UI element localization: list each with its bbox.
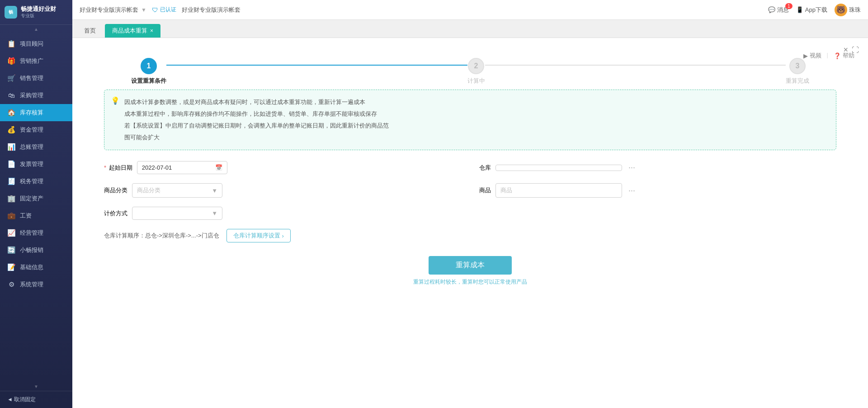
warehouse-input[interactable]	[495, 165, 622, 171]
start-date-input[interactable]: 2022-07-01 📅	[137, 161, 227, 174]
sidebar-item-label: 资金管理	[20, 126, 43, 134]
sidebar-item-marketing[interactable]: 🎁 营销推广	[0, 52, 72, 70]
messages-button[interactable]: 💬 消息 1	[768, 6, 789, 14]
tab-home-label: 首页	[84, 27, 96, 35]
sidebar-header: 畅 畅捷通好业财 专业版	[0, 0, 72, 25]
pricing-label: 计价方式	[104, 209, 127, 218]
goods-placeholder: 商品	[500, 186, 512, 195]
unpin-button[interactable]: ◄ 取消固定	[0, 391, 72, 408]
sidebar-item-label: 系统管理	[20, 280, 43, 289]
category-placeholder: 商品分类	[137, 186, 160, 195]
tabs-bar: 首页 商品成本重算 ×	[72, 20, 868, 38]
sidebar-item-sales[interactable]: 🛒 销售管理	[0, 70, 72, 87]
sidebar-item-purchase[interactable]: 🛍 采购管理	[0, 87, 72, 104]
step-3-label: 重算完成	[786, 77, 809, 85]
topbar: 好业财专业版演示帐套 ▼ 🛡 已认证 好业财专业版演示帐套 💬 消息 1 📱 A…	[72, 0, 868, 20]
topbar-right: 💬 消息 1 📱 App下载 🐻 珠珠	[768, 4, 861, 16]
required-marker: *	[104, 164, 106, 171]
sidebar-item-label: 营销推广	[20, 57, 43, 65]
tab-close-button[interactable]: ×	[150, 28, 153, 34]
start-date-label: * 起始日期	[104, 164, 132, 172]
connector-1-2	[166, 65, 467, 66]
tab-recalc[interactable]: 商品成本重算 ×	[105, 24, 160, 38]
step-2-label: 计算中	[467, 77, 485, 85]
sidebar-item-operations[interactable]: 📈 经营管理	[0, 224, 72, 242]
goods-input[interactable]: 商品	[495, 183, 622, 198]
finance-icon: 💰	[7, 126, 15, 134]
sidebar-item-accounting[interactable]: 📊 总账管理	[0, 138, 72, 156]
category-label: 商品分类	[104, 186, 127, 195]
inventory-icon: 🏠	[7, 109, 15, 117]
sidebar-item-payroll[interactable]: 💼 工资	[0, 207, 72, 224]
warehouse-order-btn-label: 仓库计算顺序设置	[233, 232, 280, 240]
start-date-value: 2022-07-01	[142, 164, 172, 171]
content-area: × ⛶ ▶ 视频 | ❓ 帮助 1 设置重算条件 2 计算中	[72, 38, 868, 408]
scroll-down-indicator: ▼	[0, 382, 72, 391]
user-avatar[interactable]: 🐻 珠珠	[835, 4, 861, 16]
notice-box: 💡 因成本计算参数调整，或是对商品成本有疑问时，可以通过成本重算功能，重新计算一…	[104, 90, 836, 150]
form-row-3: 计价方式 ▼	[104, 207, 836, 220]
app-logo: 畅	[5, 6, 17, 19]
sidebar-item-label: 采购管理	[20, 91, 43, 100]
assets-icon: 🏢	[7, 195, 15, 203]
category-group: 商品分类 商品分类 ▼	[104, 183, 461, 198]
sidebar-item-system[interactable]: ⚙ 系统管理	[0, 276, 72, 293]
tax-icon: 🧾	[7, 177, 15, 185]
goods-more-button[interactable]: ···	[628, 186, 635, 195]
purchase-icon: 🛍	[7, 91, 15, 99]
step-1-label: 设置重算条件	[131, 77, 166, 85]
pricing-select[interactable]: ▼	[132, 207, 222, 220]
connector-2-3	[485, 65, 786, 66]
phone-icon: 📱	[796, 6, 803, 13]
app-title-group: 畅捷通好业财 专业版	[21, 5, 56, 19]
chevron-right-icon: ›	[282, 232, 284, 239]
operations-icon: 📈	[7, 229, 15, 237]
sidebar-item-label: 库存核算	[20, 109, 43, 117]
payroll-icon: 💼	[7, 212, 15, 220]
sidebar-item-inventory[interactable]: 🏠 库存核算	[0, 104, 72, 121]
notice-text: 因成本计算参数调整，或是对商品成本有疑问时，可以通过成本重算功能，重新计算一遍成…	[113, 96, 827, 143]
sidebar-item-label: 销售管理	[20, 74, 43, 82]
sidebar-item-finance[interactable]: 💰 资金管理	[0, 121, 72, 138]
step-2-circle: 2	[468, 58, 484, 74]
sidebar-item-basic[interactable]: 📝 基础信息	[0, 259, 72, 276]
sidebar-item-assets[interactable]: 🏢 固定资产	[0, 190, 72, 207]
unpin-label: ◄ 取消固定	[7, 396, 36, 403]
account-selector[interactable]: 好业财专业版演示帐套 ▼	[80, 6, 146, 14]
tab-home[interactable]: 首页	[77, 24, 103, 38]
label-text: 起始日期	[109, 164, 132, 171]
form-row-2: 商品分类 商品分类 ▼ 商品 商品 ···	[104, 183, 836, 198]
app-download-button[interactable]: 📱 App下载	[796, 6, 827, 14]
pricing-group: 计价方式 ▼	[104, 207, 461, 220]
category-select[interactable]: 商品分类 ▼	[132, 183, 222, 198]
calendar-icon[interactable]: 📅	[215, 164, 222, 171]
app-title: 畅捷通好业财	[21, 5, 56, 13]
main-area: 好业财专业版演示帐套 ▼ 🛡 已认证 好业财专业版演示帐套 💬 消息 1 📱 A…	[72, 0, 868, 408]
sidebar-item-tax[interactable]: 🧾 税务管理	[0, 173, 72, 190]
company-name: 好业财专业版演示帐套	[182, 6, 241, 14]
sidebar-item-expense[interactable]: 🔄 小畅报销	[0, 242, 72, 259]
sidebar-item-label: 固定资产	[20, 195, 43, 203]
sidebar-item-label: 项目顾问	[20, 40, 43, 48]
app-subtitle: 专业版	[21, 13, 56, 19]
expense-icon: 🔄	[7, 246, 15, 254]
sidebar-nav: 📋 项目顾问 🎁 营销推广 🛒 销售管理 🛍 采购管理 🏠 库存核算 💰 资金管…	[0, 33, 72, 382]
basic-icon: 📝	[7, 263, 15, 271]
recalc-button[interactable]: 重算成本	[429, 256, 512, 275]
sidebar-item-project[interactable]: 📋 项目顾问	[0, 35, 72, 52]
dropdown-icon: ▼	[141, 7, 146, 13]
sidebar-item-invoice[interactable]: 📄 发票管理	[0, 156, 72, 173]
sidebar: 畅 畅捷通好业财 专业版 ▲ 📋 项目顾问 🎁 营销推广 🛒 销售管理 🛍 采购…	[0, 0, 72, 408]
scroll-up-indicator: ▲	[0, 25, 72, 33]
warehouse-group: 仓库 ···	[479, 163, 836, 172]
sidebar-item-label: 总账管理	[20, 143, 43, 151]
notice-icon: 💡	[111, 96, 120, 105]
step-3: 3 重算完成	[786, 58, 809, 85]
warehouse-order-settings-button[interactable]: 仓库计算顺序设置 ›	[226, 229, 291, 242]
recalc-section: 重算成本 重算过程耗时较长，重算时您可以正常使用产品	[86, 256, 854, 286]
marketing-icon: 🎁	[7, 57, 15, 65]
warehouse-more-button[interactable]: ···	[628, 163, 635, 172]
shield-icon: 🛡	[152, 6, 158, 14]
notification-badge: 1	[785, 3, 793, 9]
goods-label: 商品	[479, 186, 491, 195]
